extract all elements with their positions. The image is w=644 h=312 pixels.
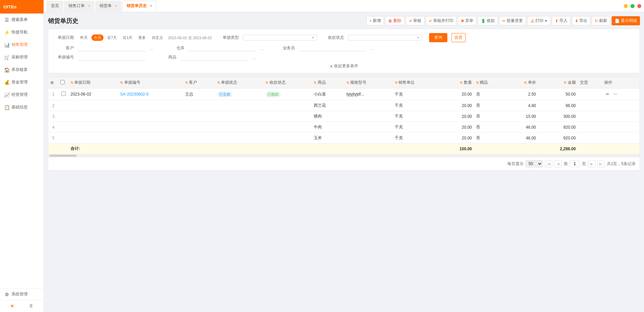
collapse-button[interactable]: ∧ 收起更多条件 bbox=[330, 63, 358, 69]
query-button[interactable]: 查询 bbox=[429, 33, 447, 42]
settings-filter-button[interactable]: 设置 bbox=[451, 33, 466, 42]
doc-type-select[interactable]: ▼ bbox=[243, 35, 317, 41]
row-checkbox[interactable] bbox=[61, 92, 66, 96]
cell-doc-status bbox=[215, 100, 263, 111]
scrollbar-thumb[interactable] bbox=[50, 155, 77, 157]
export-label: 导出 bbox=[579, 18, 587, 24]
th-transaction-label: 交货 bbox=[580, 80, 588, 85]
sidebar-item-quick-nav[interactable]: ⚡ 快捷导航 bbox=[0, 26, 44, 38]
collect-icon: 💲 bbox=[481, 19, 486, 23]
review-print-button[interactable]: ✔ 审核并打印 bbox=[426, 16, 456, 25]
import-button[interactable]: ⬆ 导入 bbox=[552, 16, 570, 25]
sidebar-bottom-icon-2[interactable]: ⏸ bbox=[28, 303, 34, 309]
abandon-button[interactable]: ✖ 弃审 bbox=[458, 16, 476, 25]
select-all-checkbox[interactable] bbox=[60, 80, 65, 84]
th-doc-number[interactable]: ⇅ 单据编号 bbox=[118, 77, 183, 88]
export-button[interactable]: ⬇ 导出 bbox=[572, 16, 590, 25]
refresh-button[interactable]: ↻ 刷新 bbox=[592, 16, 610, 25]
doc-number-link[interactable]: SA-20230602-0 bbox=[120, 92, 148, 97]
th-amount[interactable]: ⇅ 金额 bbox=[538, 77, 578, 88]
tab-sales-goods[interactable]: 销货单 × bbox=[95, 1, 121, 11]
page-title: 销货单历史 bbox=[48, 17, 78, 25]
tab-sales-order-close[interactable]: × bbox=[88, 4, 90, 8]
th-gift[interactable]: ⇅ 赠品 bbox=[474, 77, 506, 88]
show-detail-button[interactable]: 📄 显示明细 bbox=[612, 16, 640, 25]
doc-number-input[interactable] bbox=[78, 54, 145, 60]
add-button[interactable]: + 新增 bbox=[366, 16, 384, 25]
th-goods[interactable]: ⇅ 商品 bbox=[312, 77, 344, 88]
cell-spec-type bbox=[344, 133, 393, 144]
date-btn-custom[interactable]: 自定义 bbox=[149, 34, 165, 41]
date-btn-more[interactable]: 更多 bbox=[136, 34, 148, 41]
salesperson-dots[interactable]: ... bbox=[370, 46, 374, 51]
cell-quantity: 20.00 bbox=[441, 111, 474, 122]
tab-home[interactable]: 首页 bbox=[47, 1, 63, 11]
sidebar-item-ops-mgmt[interactable]: 📈 经营管理 bbox=[0, 88, 44, 101]
sidebar-item-purchase-mgmt[interactable]: 🛒 采购管理 bbox=[0, 51, 44, 63]
data-table: ⚙ ⇅ 单据日期 ⇅ 单据编号 bbox=[48, 77, 640, 154]
import-label: 导入 bbox=[559, 18, 567, 24]
prev-page-btn[interactable]: ◀ bbox=[554, 160, 562, 167]
add-label: 新增 bbox=[373, 18, 381, 24]
more-action-btn[interactable]: ⋯ bbox=[612, 91, 619, 98]
date-btn-1month[interactable]: 近1月 bbox=[120, 34, 135, 41]
customer-dots[interactable]: ... bbox=[149, 46, 153, 51]
collect-button[interactable]: 💲 收款 bbox=[478, 16, 498, 25]
horizontal-scrollbar[interactable] bbox=[48, 154, 640, 157]
customer-filter-label: 客户 bbox=[54, 45, 74, 51]
review-button[interactable]: ✔ 审核 bbox=[406, 16, 424, 25]
cell-row-num: 1 bbox=[48, 88, 58, 100]
last-page-btn[interactable]: ▶| bbox=[597, 160, 605, 167]
sidebar-item-sales-mgmt[interactable]: 📊 销售管理 bbox=[0, 38, 44, 51]
th-checkbox bbox=[58, 77, 68, 88]
window-close-btn[interactable] bbox=[637, 4, 641, 8]
sidebar-bottom-icon-1[interactable]: ☀ bbox=[10, 303, 15, 309]
cell-doc-number bbox=[118, 100, 183, 111]
th-customer-label: 客户 bbox=[189, 80, 197, 85]
sidebar-item-fund-mgmt[interactable]: 💰 资金管理 bbox=[0, 76, 44, 88]
edit-action-btn[interactable]: ✏ bbox=[604, 91, 611, 98]
th-spec-type[interactable]: ⇅ 规格型号 bbox=[344, 77, 393, 88]
sidebar-item-search-menu[interactable]: ☰ 搜索菜单 bbox=[0, 14, 44, 26]
window-minimize-btn[interactable] bbox=[624, 4, 628, 8]
first-page-btn[interactable]: |◀ bbox=[545, 160, 552, 167]
warehouse-dots[interactable]: ... bbox=[260, 46, 264, 51]
sidebar-item-inventory-calc[interactable]: 🏠 库存核算 bbox=[0, 63, 44, 76]
tab-sales-goods-label: 销货单 bbox=[100, 3, 112, 9]
collect-status-select[interactable]: ▼ bbox=[348, 35, 422, 41]
delete-button[interactable]: 🗑 删除 bbox=[385, 16, 404, 25]
sidebar-item-label: 经营管理 bbox=[11, 92, 28, 98]
th-sale-unit[interactable]: ⇅ 销售单位 bbox=[393, 77, 441, 88]
sidebar-item-system-mgmt[interactable]: ⚙ 系统管理 bbox=[0, 289, 44, 300]
th-quantity[interactable]: ⇅ 数量 bbox=[441, 77, 474, 88]
tab-sales-goods-close[interactable]: × bbox=[115, 4, 117, 8]
window-maximize-btn[interactable] bbox=[631, 4, 635, 8]
page-size-select[interactable]: 50 100 200 bbox=[526, 160, 543, 167]
tab-sales-history-close[interactable]: × bbox=[150, 4, 152, 8]
th-unit-price[interactable]: ⇅ 单价 bbox=[506, 77, 538, 88]
sidebar-item-basic-info[interactable]: 📋 基础信息 bbox=[0, 101, 44, 113]
goods-dots[interactable]: ... bbox=[252, 55, 256, 60]
th-customer[interactable]: ⇅ 客户 bbox=[183, 77, 215, 88]
goods-input[interactable] bbox=[180, 54, 248, 60]
doc-type-dropdown-icon: ▼ bbox=[311, 36, 315, 40]
current-page-input[interactable] bbox=[570, 160, 580, 167]
tab-sales-order[interactable]: 销售订单 × bbox=[64, 1, 94, 11]
date-btn-today[interactable]: 今天 bbox=[91, 34, 104, 41]
warehouse-input[interactable] bbox=[189, 45, 256, 51]
customer-input[interactable] bbox=[78, 45, 145, 51]
th-doc-date[interactable]: ⇅ 单据日期 bbox=[68, 77, 118, 88]
table-settings-icon[interactable]: ⚙ bbox=[50, 80, 54, 85]
th-doc-status[interactable]: ⇅ 单据状态 bbox=[215, 77, 263, 88]
main-content: 首页 销售订单 × 销货单 × 销货单历史 × 销货单历史 + 新增 bbox=[44, 0, 644, 312]
salesperson-input[interactable] bbox=[299, 45, 366, 51]
th-collect-status[interactable]: ⇅ 收款状态 bbox=[263, 77, 312, 88]
batch-change-button[interactable]: ✏ 批量变更 bbox=[499, 16, 526, 25]
sort-icon: ⇅ bbox=[120, 81, 123, 84]
tab-sales-history[interactable]: 销货单历史 × bbox=[122, 1, 157, 11]
date-btn-yesterday[interactable]: 昨天 bbox=[78, 34, 90, 41]
cell-actions bbox=[602, 111, 640, 122]
date-btn-7days[interactable]: 近7天 bbox=[105, 34, 119, 41]
next-page-btn[interactable]: ▶ bbox=[588, 160, 595, 167]
print-button[interactable]: 🖨 打印 ▼ bbox=[527, 16, 551, 25]
